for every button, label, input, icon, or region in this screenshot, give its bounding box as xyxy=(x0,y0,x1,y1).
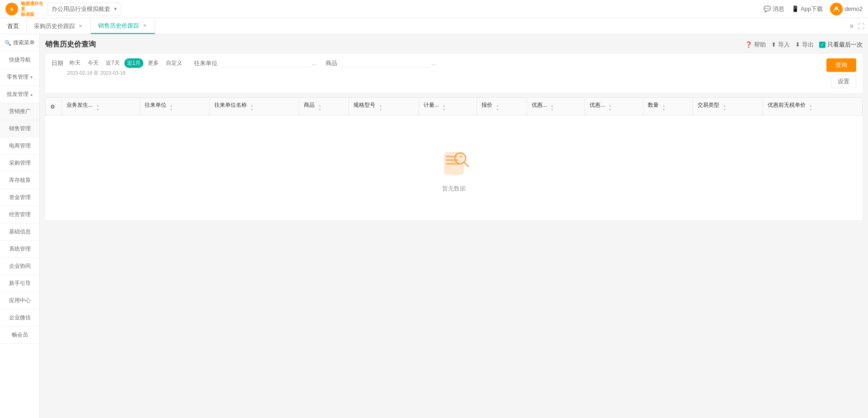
sidebar-item-ecommerce[interactable]: 电商管理 xyxy=(0,138,39,155)
date-options: 昨天 今天 近7天 近1月 更多 自定义 2023-02-18 至 2023-0… xyxy=(67,58,185,76)
help-button[interactable]: ❓ 帮助 xyxy=(745,41,766,49)
tab-bar-right: ✕ ⛶ xyxy=(849,18,868,34)
goods-filter-group: 商品 ... xyxy=(326,58,436,67)
partner-dots-button[interactable]: ... xyxy=(311,60,316,66)
svg-point-10 xyxy=(457,155,460,158)
sort-arrows-trade-type: ▲▼ xyxy=(723,104,726,112)
goods-dots-button[interactable]: ... xyxy=(431,60,436,66)
mobile-icon: 📱 xyxy=(792,5,799,12)
sidebar-item-system[interactable]: 系统管理 xyxy=(0,241,39,258)
date-filter-label: 日期 xyxy=(52,58,63,67)
goods-input-wrap: ... xyxy=(341,58,436,67)
sort-arrows-price: ▲▼ xyxy=(496,104,500,112)
main-layout: 🔍 搜索菜单 快捷导航 零售管理 ▾ 批发管理 ▴ 营销推广 销售管理 电商管理… xyxy=(0,34,868,418)
date-btn-1month[interactable]: 近1月 xyxy=(124,58,144,68)
logo-area: 6 畅捷通好生意 标准版 xyxy=(5,1,44,17)
table-col-discount2[interactable]: 优惠... ▲▼ xyxy=(585,98,643,116)
sort-arrows-partner-code: ▲▼ xyxy=(170,104,173,112)
svg-line-9 xyxy=(464,162,468,166)
filter-bar: 日期 昨天 今天 近7天 近1月 更多 自定义 2023-02-18 至 202… xyxy=(45,54,863,93)
sidebar-item-basic-info[interactable]: 基础信息 xyxy=(0,223,39,241)
date-btn-7days[interactable]: 近7天 xyxy=(103,58,123,68)
avatar xyxy=(830,3,843,15)
sidebar-item-app-center[interactable]: 应用中心 xyxy=(0,292,39,309)
partner-filter-label: 往来单位 xyxy=(194,58,217,67)
table-header-row: ⚙ 业务发生... ▲▼ 往来单位 ▲▼ 往来单位名称 ▲▼ xyxy=(46,98,863,116)
help-icon: ❓ xyxy=(745,41,752,48)
sidebar-item-purchase[interactable]: 采购管理 xyxy=(0,155,39,172)
app-download-button[interactable]: 📱 App下载 xyxy=(792,5,823,13)
search-icon: 🔍 xyxy=(5,40,11,46)
table-col-discount1[interactable]: 优惠... ▲▼ xyxy=(527,98,585,116)
export-icon: ⬇ xyxy=(795,41,800,48)
table-col-pre-tax-price[interactable]: 优惠前无税单价 ▲▼ xyxy=(763,98,862,116)
date-buttons: 昨天 今天 近7天 近1月 更多 自定义 xyxy=(67,58,185,68)
table-col-unit[interactable]: 计量... ▲▼ xyxy=(419,98,477,116)
sidebar-item-finance[interactable]: 资金管理 xyxy=(0,189,39,206)
page-actions: ❓ 帮助 ⬆ 导入 ⬇ 导出 ✓ 只看最后一次 xyxy=(745,41,863,49)
table-col-partner-name[interactable]: 往来单位名称 ▲▼ xyxy=(209,98,299,116)
date-btn-more[interactable]: 更多 xyxy=(145,58,161,68)
sidebar-item-wholesale[interactable]: 批发管理 ▴ xyxy=(0,86,39,103)
date-btn-custom[interactable]: 自定义 xyxy=(163,58,185,68)
sort-arrows-goods: ▲▼ xyxy=(318,104,321,112)
sidebar-item-corp-wechat[interactable]: 企业微信 xyxy=(0,309,39,327)
tab-home[interactable]: 首页 xyxy=(0,18,27,34)
workspace-selector[interactable]: 办公用品行业模拟账套 ▾ xyxy=(47,3,121,15)
sidebar-item-search[interactable]: 🔍 搜索菜单 xyxy=(0,34,39,52)
table-col-trade-type[interactable]: 交易类型 ▲▼ xyxy=(693,98,763,116)
svg-rect-6 xyxy=(446,159,458,161)
goods-filter-label: 商品 xyxy=(326,58,337,67)
sidebar-item-marketing[interactable]: 营销推广 xyxy=(0,103,39,120)
date-range-display: 2023-02-18 至 2023-03-18 xyxy=(67,70,185,76)
table-col-goods[interactable]: 商品 ▲▼ xyxy=(299,98,349,116)
table-col-price[interactable]: 报价 ▲▼ xyxy=(477,98,527,116)
partner-input-wrap: ... xyxy=(221,58,316,67)
chevron-up-icon: ▴ xyxy=(30,92,33,97)
import-icon: ⬆ xyxy=(771,41,776,48)
top-bar-right: 💬 消息 📱 App下载 demo2 xyxy=(764,3,863,15)
sort-arrows-discount1: ▲▼ xyxy=(550,104,554,112)
filter-right-actions: 查询 设置 xyxy=(826,58,856,88)
message-icon: 💬 xyxy=(764,5,771,12)
maximize-icon[interactable]: ⛶ xyxy=(858,23,864,30)
sidebar-item-operations[interactable]: 经营管理 xyxy=(0,206,39,223)
user-avatar-button[interactable]: demo2 xyxy=(830,3,863,15)
import-button[interactable]: ⬆ 导入 xyxy=(771,41,790,49)
partner-input[interactable] xyxy=(221,58,311,67)
message-button[interactable]: 💬 消息 xyxy=(764,5,784,13)
content-area: 销售历史价查询 ❓ 帮助 ⬆ 导入 ⬇ 导出 ✓ 只看最后一次 xyxy=(40,34,868,418)
sidebar-item-enterprise[interactable]: 企业协同 xyxy=(0,258,39,275)
sort-arrows-biz-date: ▲▼ xyxy=(96,104,99,112)
date-btn-today[interactable]: 今天 xyxy=(85,58,101,68)
only-last-checkbox[interactable]: ✓ 只看最后一次 xyxy=(819,41,863,49)
page-header: 销售历史价查询 ❓ 帮助 ⬆ 导入 ⬇ 导出 ✓ 只看最后一次 xyxy=(45,40,863,49)
filter-settings-button[interactable]: 设置 xyxy=(831,75,856,88)
purchase-history-tab-label: 采购历史价跟踪 xyxy=(34,22,75,30)
svg-text:6: 6 xyxy=(10,6,13,12)
table-col-biz-date[interactable]: 业务发生... ▲▼ xyxy=(62,98,140,116)
search-button[interactable]: 查询 xyxy=(826,58,856,72)
sales-history-tab-label: 销售历史价跟踪 xyxy=(98,22,139,30)
close-purchase-history-tab[interactable]: ✕ xyxy=(78,23,83,29)
goods-input[interactable] xyxy=(341,58,431,67)
sidebar-item-sales-mgmt[interactable]: 销售管理 xyxy=(0,120,39,138)
close-sales-history-tab[interactable]: ✕ xyxy=(142,22,147,29)
table-col-spec[interactable]: 规格型号 ▲▼ xyxy=(349,98,419,116)
tab-purchase-history[interactable]: 采购历史价跟踪 ✕ xyxy=(27,18,91,34)
table-col-partner-code[interactable]: 往来单位 ▲▼ xyxy=(140,98,209,116)
close-all-tabs-icon[interactable]: ✕ xyxy=(849,23,854,30)
tab-sales-history[interactable]: 销售历史价跟踪 ✕ xyxy=(91,18,155,34)
sidebar-item-retail[interactable]: 零售管理 ▾ xyxy=(0,69,39,86)
home-tab-label: 首页 xyxy=(7,22,19,30)
data-table-wrap: ⚙ 业务发生... ▲▼ 往来单位 ▲▼ 往来单位名称 ▲▼ xyxy=(45,97,863,220)
sort-arrows-discount2: ▲▼ xyxy=(609,104,612,112)
sidebar-item-inventory[interactable]: 库存核算 xyxy=(0,172,39,189)
sidebar-item-quick-nav[interactable]: 快捷导航 xyxy=(0,52,39,69)
sidebar-item-member[interactable]: 畅会员 xyxy=(0,327,39,344)
export-button[interactable]: ⬇ 导出 xyxy=(795,41,814,49)
date-btn-yesterday[interactable]: 昨天 xyxy=(67,58,83,68)
table-col-qty[interactable]: 数量 ▲▼ xyxy=(643,98,693,116)
sidebar-item-guide[interactable]: 新手引导 xyxy=(0,275,39,292)
table-col-settings[interactable]: ⚙ xyxy=(46,98,62,116)
